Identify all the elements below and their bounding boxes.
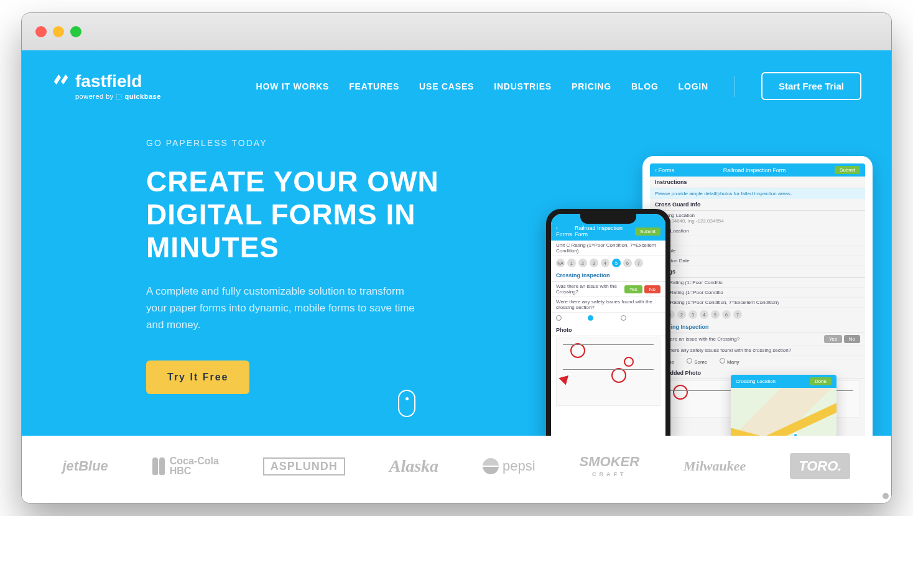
- tablet-back-button: ‹ Forms: [655, 167, 674, 173]
- scrollbar-down[interactable]: [883, 493, 889, 499]
- logo-alaska: Alaska: [389, 456, 438, 476]
- tablet-guard-location: Guard Location: [650, 226, 865, 236]
- phone-crossing-inspection-header: Crossing Inspection: [551, 270, 665, 282]
- tablet-crossing-location-label: Crossing Location: [655, 213, 860, 218]
- map-popup: Crossing Location Done: [731, 375, 837, 436]
- phone-photo-label: Photo: [551, 324, 665, 336]
- browser-frame: fastfield powered by ⬚ quickbase HOW IT …: [21, 12, 892, 503]
- phone-q2: Were there any safety issues found with …: [551, 297, 665, 313]
- maximize-window-button[interactable]: [70, 26, 81, 37]
- client-logos-strip: jetBlue Coca-Cola HBC ASPLUNDH Alaska pe…: [22, 436, 891, 503]
- nav-login[interactable]: LOGIN: [679, 81, 708, 91]
- phone-no-button: No: [644, 285, 660, 293]
- brand-tagline: powered by ⬚ quickbase: [75, 93, 161, 101]
- minimize-window-button[interactable]: [53, 26, 64, 37]
- tablet-inspection-date: Inspection Date: [650, 256, 865, 266]
- phone-mockup: ‹ Forms Railroad Inspection Form Submit …: [546, 209, 670, 436]
- tablet-options: None Some Many: [650, 356, 865, 367]
- phone-submit-button: Submit: [635, 227, 660, 236]
- tablet-rating-scale: NA1234567: [650, 308, 865, 321]
- tablet-crossing-location-value: lat 37.334640, lng -122.034554: [655, 218, 860, 224]
- brand-name: fastfield: [75, 71, 142, 91]
- tablet-unit-b: Unit B Rating (1=Poor Conditio: [650, 288, 865, 298]
- tablet-schedule: Schedule: [650, 246, 865, 256]
- tablet-no-button: No: [844, 335, 860, 343]
- phone-rating-scale: NA 1 2 3 4 5 6 7: [551, 256, 665, 270]
- tablet-ratings-header: Ratings: [650, 266, 865, 278]
- hero-section: fastfield powered by ⬚ quickbase HOW IT …: [22, 50, 891, 436]
- tablet-instructions-text: Please provide ample detail/photos for f…: [650, 188, 865, 199]
- device-mockups: ‹ Forms Railroad Inspection Form Submit …: [546, 156, 873, 436]
- hero-title: CREATE YOUR OWN DIGITAL FORMS IN MINUTES: [146, 165, 494, 264]
- phone-q1: Was there an issue with the Crossing?: [556, 283, 624, 295]
- nav-blog[interactable]: BLOG: [631, 81, 659, 91]
- tablet-yes-button: Yes: [824, 335, 842, 343]
- tablet-unit-c: Unit C Rating (1=Poor Condition, 7=Excel…: [650, 298, 865, 308]
- tablet-instructions-label: Instructions: [650, 177, 865, 188]
- pepsi-icon: [483, 458, 499, 474]
- hero-description: A complete and fully customizable soluti…: [146, 283, 426, 334]
- phone-diagram: [556, 338, 660, 406]
- phone-yes-button: Yes: [624, 285, 642, 293]
- logo-jetblue: jetBlue: [62, 458, 108, 474]
- phone-form-title: Railroad Inspection Form: [575, 225, 635, 237]
- logo-smokercraft: SMOKER CRAFT: [580, 456, 640, 477]
- logo-icon: [52, 72, 70, 91]
- logo-asplundh: ASPLUNDH: [263, 457, 345, 475]
- hero-eyebrow: GO PAPERLESS TODAY: [146, 138, 494, 148]
- nav-links: HOW IT WORKS FEATURES USE CASES INDUSTRI…: [256, 72, 861, 100]
- browser-viewport: fastfield powered by ⬚ quickbase HOW IT …: [22, 50, 891, 503]
- nav-divider: [735, 76, 735, 97]
- nav-industries[interactable]: INDUSTRIES: [494, 81, 552, 91]
- map-title: Crossing Location: [736, 379, 776, 384]
- tablet-q2: Were there any safety issues found with …: [650, 346, 865, 356]
- logo-toro: TORO.: [790, 453, 850, 479]
- tablet-submit-button: Submit: [835, 166, 860, 174]
- close-window-button[interactable]: [35, 26, 47, 37]
- phone-unit-c-label: Unit C Rating (1=Poor Condition, 7=Excel…: [551, 241, 665, 256]
- tablet-form-title: Railroad Inspection Form: [723, 167, 786, 173]
- phone-options: None Some Many: [551, 313, 665, 324]
- nav-how-it-works[interactable]: HOW IT WORKS: [256, 81, 330, 91]
- tablet-county: County: [650, 236, 865, 246]
- map-done-button: Done: [810, 377, 832, 385]
- tablet-crossguard-header: Cross Guard Info: [650, 199, 865, 211]
- tablet-unit-a: Unit A Rating (1=Poor Conditio: [650, 278, 865, 288]
- nav-features[interactable]: FEATURES: [349, 81, 399, 91]
- nav-use-cases[interactable]: USE CASES: [419, 81, 474, 91]
- tablet-crossing-inspection-header: Crossing Inspection: [650, 321, 865, 333]
- start-free-trial-button[interactable]: Start Free Trial: [761, 72, 861, 100]
- nav-pricing[interactable]: PRICING: [572, 81, 611, 91]
- logo-pepsi: pepsi: [483, 458, 535, 474]
- logo-milwaukee: Milwaukee: [684, 458, 746, 474]
- browser-chrome: [22, 13, 891, 50]
- main-nav: fastfield powered by ⬚ quickbase HOW IT …: [22, 50, 891, 101]
- map-icon: [731, 388, 837, 436]
- bottle-icon: [152, 456, 166, 476]
- hero-text: GO PAPERLESS TODAY CREATE YOUR OWN DIGIT…: [146, 138, 494, 394]
- try-it-free-button[interactable]: Try It Free: [146, 361, 249, 394]
- phone-back-button: ‹ Forms: [556, 225, 575, 237]
- brand-logo[interactable]: fastfield powered by ⬚ quickbase: [52, 71, 161, 101]
- logo-cocacola: Coca-Cola HBC: [152, 456, 219, 476]
